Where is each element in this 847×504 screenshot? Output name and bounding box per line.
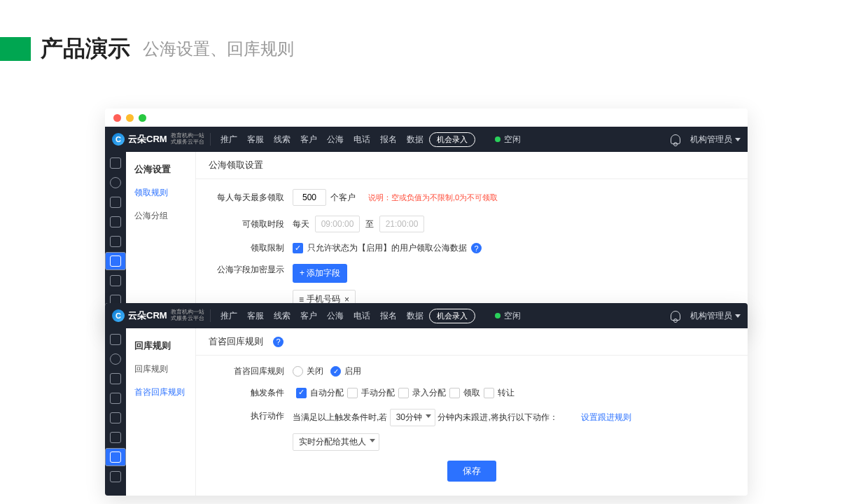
user-label: 机构管理员 xyxy=(690,310,732,322)
action-prefix: 当满足以上触发条件时,若 xyxy=(293,412,387,422)
status-text: 空闲 xyxy=(504,134,521,146)
logo-icon: C xyxy=(112,133,125,146)
radio-on[interactable] xyxy=(330,366,341,377)
brand-logo: C 云朵CRM 教育机构一站 式服务云平台 xyxy=(112,133,211,146)
limit-text: 只允许状态为【启用】的用户领取公海数据 xyxy=(307,242,467,254)
bell-icon[interactable] xyxy=(671,311,680,321)
side-menu-title: 回库规则 xyxy=(126,334,195,358)
minimize-dot[interactable] xyxy=(126,114,134,122)
action-mid: 分钟内未跟进,将执行以下动作： xyxy=(438,412,557,422)
slide-title-main: 产品演示 xyxy=(41,34,130,64)
maximize-dot[interactable] xyxy=(139,114,146,122)
note-text: 说明：空或负值为不限制,0为不可领取 xyxy=(368,192,498,203)
chk-transfer[interactable] xyxy=(484,388,494,398)
label-action: 执行动作 xyxy=(181,409,293,422)
rail-icon[interactable] xyxy=(110,177,121,188)
rail-icon[interactable] xyxy=(110,432,121,443)
rail-icon[interactable] xyxy=(110,275,121,286)
rail-icon[interactable] xyxy=(110,216,121,227)
label-encrypt: 公海字段加密显示 xyxy=(209,264,293,276)
label-rule: 首咨回库规则 xyxy=(181,365,293,377)
nav-item[interactable]: 公海 xyxy=(327,310,344,322)
input-to-time[interactable] xyxy=(379,216,424,232)
nav-item[interactable]: 数据 xyxy=(407,134,424,146)
select-action[interactable]: 实时分配给其他人 xyxy=(293,433,379,451)
link-followup-rule[interactable]: 设置跟进规则 xyxy=(581,412,631,422)
chk-entry[interactable] xyxy=(398,388,409,398)
radio-off[interactable] xyxy=(293,366,303,377)
nav-item[interactable]: 电话 xyxy=(354,134,370,146)
content-header: 首咨回库规则 ? xyxy=(196,328,748,356)
nav-item[interactable]: 客户 xyxy=(300,310,317,322)
nav-item[interactable]: 数据 xyxy=(407,310,424,322)
logo-subtitle: 教育机构一站 式服务云平台 xyxy=(171,309,204,322)
user-dropdown[interactable]: 机构管理员 xyxy=(690,310,741,322)
opportunity-entry-button[interactable]: 机会录入 xyxy=(429,309,475,323)
nav-item[interactable]: 报名 xyxy=(380,310,397,322)
nav-item[interactable]: 客服 xyxy=(247,134,264,146)
help-icon[interactable]: ? xyxy=(471,243,482,253)
nav-item[interactable]: 客服 xyxy=(247,310,264,322)
chk-auto[interactable] xyxy=(296,388,307,398)
brand-logo: C 云朵CRM 教育机构一站 式服务云平台 xyxy=(112,309,211,322)
rail-icon[interactable] xyxy=(110,158,121,169)
icon-rail xyxy=(105,328,126,496)
nav-item[interactable]: 报名 xyxy=(380,134,397,146)
radio-off-label: 关闭 xyxy=(307,365,323,377)
save-button[interactable]: 保存 xyxy=(447,461,496,482)
label-claim-limit: 领取限制 xyxy=(209,242,293,254)
rail-icon[interactable] xyxy=(110,334,121,345)
nav-item[interactable]: 线索 xyxy=(274,134,290,146)
logo-text: 云朵CRM xyxy=(128,133,167,146)
rail-icon[interactable] xyxy=(110,354,121,365)
help-icon[interactable]: ? xyxy=(273,337,284,347)
nav-item[interactable]: 推广 xyxy=(220,310,237,322)
rail-icon[interactable] xyxy=(110,197,121,208)
accent-block xyxy=(0,37,31,61)
top-nav: C 云朵CRM 教育机构一站 式服务云平台 推广 客服 线索 客户 公海 电话 … xyxy=(105,303,748,328)
status-indicator[interactable]: 空闲 xyxy=(495,310,521,322)
content-area: 首咨回库规则 ? 首咨回库规则 关闭 启用 触发条件 自动分配 手动分配 录入分… xyxy=(196,328,748,496)
nav-items: 推广 客服 线索 客户 公海 电话 报名 数据 xyxy=(220,134,424,146)
bell-icon[interactable] xyxy=(671,134,680,144)
rail-icon[interactable] xyxy=(110,393,121,404)
select-timeout[interactable]: 30分钟 xyxy=(390,409,435,426)
label-max-claim: 每人每天最多领取 xyxy=(209,192,293,204)
side-menu-title: 公海设置 xyxy=(126,158,195,181)
add-field-button[interactable]: + 添加字段 xyxy=(293,264,347,283)
logo-subtitle: 教育机构一站 式服务云平台 xyxy=(171,133,204,146)
rail-icon[interactable] xyxy=(110,373,121,384)
nav-item[interactable]: 电话 xyxy=(354,310,370,322)
opportunity-entry-button[interactable]: 机会录入 xyxy=(429,132,475,147)
rail-icon-active[interactable] xyxy=(105,448,126,466)
panel-public-sea: C 云朵CRM 教育机构一站 式服务云平台 推广 客服 线索 客户 公海 电话 … xyxy=(105,108,748,332)
rail-icon-active[interactable] xyxy=(105,252,126,270)
panel-return-rule: C 云朵CRM 教育机构一站 式服务云平台 推广 客服 线索 客户 公海 电话 … xyxy=(105,303,748,496)
logo-icon: C xyxy=(112,309,125,322)
chk-claim[interactable] xyxy=(449,388,460,398)
top-nav: C 云朵CRM 教育机构一站 式服务云平台 推广 客服 线索 客户 公海 电话 … xyxy=(105,127,748,152)
window-controls xyxy=(105,108,748,127)
status-indicator[interactable]: 空闲 xyxy=(495,134,521,146)
status-text: 空闲 xyxy=(504,310,521,322)
close-dot[interactable] xyxy=(113,114,121,122)
input-from-time[interactable] xyxy=(315,216,360,232)
unit-text: 个客户 xyxy=(330,192,356,204)
nav-item[interactable]: 公海 xyxy=(327,134,344,146)
chk-manual[interactable] xyxy=(347,388,358,398)
rail-icon[interactable] xyxy=(110,471,121,482)
content-header: 公海领取设置 xyxy=(196,152,748,179)
nav-item[interactable]: 推广 xyxy=(220,134,237,146)
checkbox-limit[interactable] xyxy=(293,243,303,253)
nav-item[interactable]: 线索 xyxy=(274,310,290,322)
side-item-group[interactable]: 公海分组 xyxy=(126,204,195,227)
rail-icon[interactable] xyxy=(110,412,121,424)
rail-icon[interactable] xyxy=(110,236,121,247)
user-dropdown[interactable]: 机构管理员 xyxy=(690,134,741,146)
nav-item[interactable]: 客户 xyxy=(300,134,317,146)
slide-title-sub: 公海设置、回库规则 xyxy=(143,38,294,60)
input-max-claim[interactable] xyxy=(293,189,326,206)
chevron-down-icon xyxy=(735,138,741,141)
to-label: 至 xyxy=(365,218,374,230)
side-item-claim-rule[interactable]: 领取规则 xyxy=(126,181,195,204)
